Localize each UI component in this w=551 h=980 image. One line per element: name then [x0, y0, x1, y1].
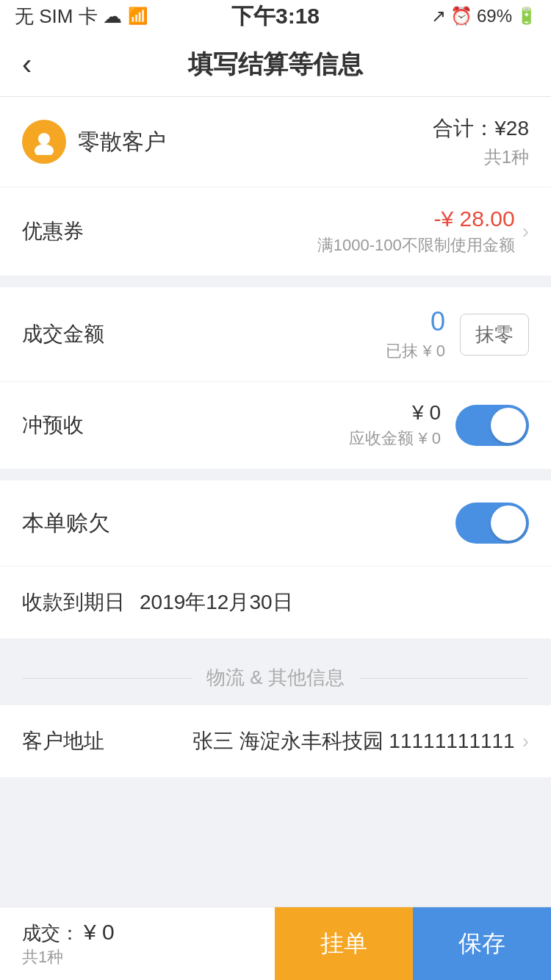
- coupon-amount: -¥ 28.00: [317, 206, 515, 231]
- nav-bar: ‹ 填写结算等信息: [0, 32, 551, 97]
- address-label: 客户地址: [22, 727, 104, 755]
- total-count: 共1种: [433, 145, 529, 169]
- coupon-row[interactable]: 优惠券 -¥ 28.00 满1000-100不限制使用金额 ›: [0, 187, 551, 275]
- prepay-amount: ¥ 0: [349, 401, 441, 425]
- no-sim-text: 无 SIM 卡 ☁: [15, 4, 122, 29]
- bottom-deal-amount: ¥ 0: [84, 920, 115, 945]
- customer-name: 零散客户: [78, 127, 166, 157]
- chevron-right-icon: ›: [522, 220, 529, 243]
- back-button[interactable]: ‹: [22, 48, 32, 81]
- battery-text: 69%: [477, 6, 512, 26]
- address-value: 张三 海淀永丰科技园 11111111111: [192, 727, 515, 755]
- status-bar: 无 SIM 卡 ☁ 📶 下午3:18 ↗ ⏰ 69% 🔋: [0, 0, 551, 32]
- status-right: ↗ ⏰ 69% 🔋: [431, 6, 536, 26]
- bottom-left: 成交： ¥ 0 共1种: [0, 907, 275, 980]
- prepay-row: 冲预收 ¥ 0 应收金额 ¥ 0: [0, 381, 551, 469]
- battery-icon: 🔋: [516, 7, 536, 26]
- bottom-bar: 成交： ¥ 0 共1种 挂单 保存: [0, 907, 551, 980]
- deal-amount-value[interactable]: 0: [386, 306, 445, 337]
- prepay-label: 冲预收: [22, 411, 84, 439]
- status-time: 下午3:18: [231, 1, 320, 32]
- debt-section: 本单赊欠 收款到期日 2019年12月30日: [0, 480, 551, 638]
- address-row[interactable]: 客户地址 张三 海淀永丰科技园 11111111111 ›: [0, 705, 551, 777]
- logistics-section: 物流 & 其他信息: [0, 650, 551, 705]
- amount-right: 0 已抹 ¥ 0 抹零: [386, 306, 529, 362]
- debt-toggle-knob: [491, 505, 526, 541]
- prepay-info: ¥ 0 应收金额 ¥ 0: [349, 401, 441, 450]
- logistics-divider: 物流 & 其他信息: [22, 665, 529, 691]
- due-date-value: 2019年12月30日: [140, 588, 293, 616]
- coupon-info: -¥ 28.00 满1000-100不限制使用金额: [317, 206, 515, 256]
- deal-amount-section: 成交金额 0 已抹 ¥ 0 抹零 冲预收 ¥ 0 应收金额 ¥ 0: [0, 287, 551, 469]
- prepay-sub: 应收金额 ¥ 0: [349, 428, 441, 450]
- customer-row: 零散客户 合计：¥28 共1种: [0, 97, 551, 187]
- coupon-desc: 满1000-100不限制使用金额: [317, 234, 515, 256]
- bottom-deal-label: 成交：: [22, 920, 79, 946]
- amount-input-area: 0 已抹 ¥ 0: [386, 306, 445, 362]
- due-date-row: 收款到期日 2019年12月30日: [0, 566, 551, 638]
- wifi-icon: 📶: [128, 7, 148, 26]
- svg-point-0: [38, 133, 50, 145]
- svg-point-1: [35, 144, 54, 155]
- total-amount: 合计：¥28: [433, 115, 529, 143]
- prepay-right: ¥ 0 应收金额 ¥ 0: [349, 401, 529, 450]
- debt-toggle[interactable]: [455, 502, 529, 544]
- address-chevron-icon: ›: [522, 729, 529, 753]
- alarm-icon: ⏰: [450, 6, 472, 26]
- deal-amount-sub: 已抹 ¥ 0: [386, 340, 445, 362]
- coupon-label: 优惠券: [22, 217, 84, 245]
- avatar: [22, 120, 66, 164]
- location-icon: ↗: [431, 6, 446, 26]
- address-right: 张三 海淀永丰科技园 11111111111 ›: [178, 727, 529, 755]
- deal-amount-label: 成交金额: [22, 320, 104, 348]
- status-left: 无 SIM 卡 ☁ 📶: [15, 4, 148, 29]
- logistics-label: 物流 & 其他信息: [192, 666, 359, 688]
- toggle-knob: [491, 408, 526, 443]
- bottom-spacer: [0, 789, 551, 877]
- customer-section: 零散客户 合计：¥28 共1种 优惠券 -¥ 28.00 满1000-100不限…: [0, 97, 551, 275]
- coupon-right: -¥ 28.00 满1000-100不限制使用金额 ›: [317, 206, 529, 256]
- customer-right: 合计：¥28 共1种: [433, 115, 529, 169]
- due-date-label: 收款到期日: [22, 588, 125, 616]
- customer-left: 零散客户: [22, 120, 166, 164]
- maling-button[interactable]: 抹零: [460, 314, 529, 356]
- bottom-count: 共1种: [22, 946, 253, 968]
- debt-label: 本单赊欠: [22, 508, 110, 538]
- page-title: 填写结算等信息: [188, 48, 363, 82]
- bottom-buttons: 挂单 保存: [275, 907, 551, 980]
- save-button[interactable]: 保存: [413, 907, 551, 980]
- address-section: 客户地址 张三 海淀永丰科技园 11111111111 ›: [0, 705, 551, 777]
- prepay-toggle[interactable]: [455, 405, 529, 446]
- debt-row: 本单赊欠: [0, 480, 551, 566]
- pending-button[interactable]: 挂单: [275, 907, 413, 980]
- deal-amount-row: 成交金额 0 已抹 ¥ 0 抹零: [0, 287, 551, 381]
